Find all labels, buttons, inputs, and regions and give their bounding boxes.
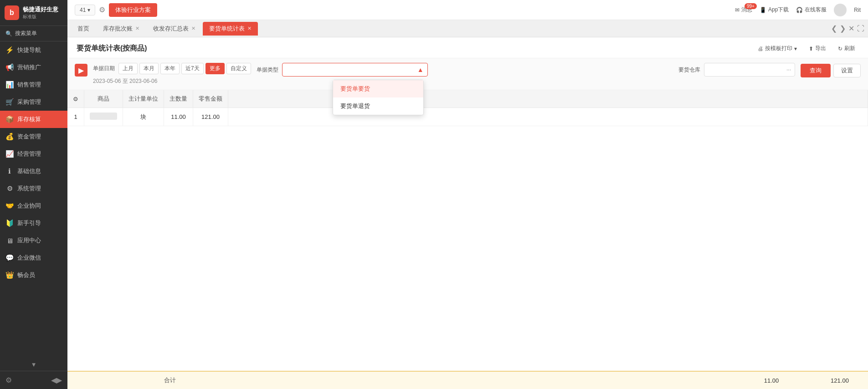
fullscreen-icon[interactable]: ⛶ <box>857 25 864 33</box>
date-buttons: 上月 本月 本年 近7天 更多 自定义 <box>118 63 251 74</box>
date-btn-last-month[interactable]: 上月 <box>118 63 138 74</box>
refresh-btn[interactable]: ↻ 刷新 <box>834 43 859 54</box>
type-filter-select[interactable]: ▲ <box>282 63 428 77</box>
sidebar-item-member[interactable]: 👑 畅会员 <box>0 266 67 284</box>
sidebar-item-sales[interactable]: 📊 销售管理 <box>0 76 67 93</box>
settings-icon[interactable]: ⚙ <box>5 376 12 384</box>
sidebar-logo-text: 畅捷通好生意 标准版 <box>23 5 58 20</box>
sidebar-item-guide[interactable]: 🔰 新手引导 <box>0 215 67 232</box>
branch-dropdown[interactable]: 41 ▾ <box>75 5 95 15</box>
print-btn[interactable]: 🖨 按模板打印 ▾ <box>754 43 801 54</box>
date-btn-this-year[interactable]: 本年 <box>160 63 180 74</box>
filter-expand-btn[interactable]: ▶ <box>75 64 87 77</box>
sidebar-item-label: 畅会员 <box>17 271 35 279</box>
enterprise-icon: 🤝 <box>5 202 14 210</box>
online-service-btn[interactable]: 🎧 在线客服 <box>796 6 827 14</box>
branch-value: 41 <box>80 7 86 13</box>
print-btn-label: 按模板打印 <box>765 45 792 52</box>
sidebar-item-system[interactable]: ⚙ 系统管理 <box>0 180 67 197</box>
avatar[interactable] <box>834 4 847 16</box>
tab-scroll-right-icon[interactable]: ❯ <box>840 24 846 33</box>
sidebar-item-label: 系统管理 <box>17 184 41 193</box>
filter-settings-btn[interactable]: 设置 <box>833 64 861 77</box>
page-header: 要货单统计表(按商品) 🖨 按模板打印 ▾ ⬆ 导出 ↻ 刷新 <box>67 37 868 58</box>
date-btn-custom[interactable]: 自定义 <box>226 63 251 74</box>
online-service-label: 在线客服 <box>805 6 827 14</box>
trial-btn[interactable]: 体验行业方案 <box>109 3 157 17</box>
sidebar-item-finance[interactable]: 💰 资金管理 <box>0 128 67 145</box>
row-amount: 121.00 <box>193 108 228 126</box>
purchase-icon: 🛒 <box>5 98 14 106</box>
sidebar-nav: ⚡ 快捷导航 📢 营销推广 📊 销售管理 🛒 采购管理 📦 库存核算 💰 资金管… <box>0 41 67 358</box>
close-icon[interactable]: ✕ <box>247 26 252 31</box>
date-btn-this-month[interactable]: 本月 <box>139 63 159 74</box>
page-title: 要货单统计表(按商品) <box>77 44 147 53</box>
sidebar-item-inventory[interactable]: 📦 库存核算 <box>0 111 67 128</box>
tab-bar: 首页 库存批次账 ✕ 收发存汇总表 ✕ 要货单统计表 ✕ ❮ ❯ ✕ ⛶ <box>67 20 868 37</box>
collapse-icon[interactable]: ◀▶ <box>51 376 62 384</box>
chevron-down-icon: ▾ <box>794 46 797 52</box>
close-icon[interactable]: ✕ <box>135 26 139 31</box>
warehouse-input[interactable]: ··· <box>704 63 795 77</box>
table-row: 1 块 11.00 121.00 <box>67 108 868 126</box>
search-menu-label: 搜索菜单 <box>15 30 37 37</box>
date-range-display: 2023-05-06 至 2023-06-06 <box>93 77 251 85</box>
export-btn[interactable]: ⬆ 导出 <box>805 43 830 54</box>
sidebar-item-label: 新手引导 <box>17 219 41 227</box>
close-icon[interactable]: ✕ <box>191 26 195 31</box>
sidebar-item-shortcut[interactable]: ⚡ 快捷导航 <box>0 41 67 59</box>
footer-amount: 121.00 <box>817 377 863 384</box>
tab-receive-summary[interactable]: 收发存汇总表 ✕ <box>147 22 202 36</box>
dropdown-option-order-return[interactable]: 要货单退货 <box>333 97 423 115</box>
marketing-icon: 📢 <box>5 63 14 72</box>
tab-home[interactable]: 首页 <box>71 22 96 36</box>
sidebar-item-label: 企业微信 <box>17 254 41 262</box>
sidebar-item-appcenter[interactable]: 🖥 应用中心 <box>0 232 67 249</box>
query-btn[interactable]: 查询 <box>801 64 831 77</box>
messages-btn[interactable]: ✉ 消息 99+ <box>735 6 752 14</box>
row-product <box>84 108 123 126</box>
date-filter-row: 单据日期 上月 本月 本年 近7天 更多 自定义 <box>93 63 251 74</box>
sidebar-item-enterprise[interactable]: 🤝 企业协同 <box>0 197 67 215</box>
app-download-label: App下载 <box>768 6 789 14</box>
tab-order-stats[interactable]: 要货单统计表 ✕ <box>203 22 258 36</box>
app-logo-icon: b <box>5 5 19 20</box>
export-btn-label: 导出 <box>815 45 826 52</box>
search-menu[interactable]: 🔍 搜索菜单 <box>0 26 67 41</box>
date-btn-last7days[interactable]: 近7天 <box>181 63 204 74</box>
sidebar-item-wechat[interactable]: 💬 企业微信 <box>0 249 67 266</box>
th-settings[interactable]: ⚙ <box>67 90 84 108</box>
refresh-icon: ↻ <box>838 46 842 52</box>
footer-qty: 11.00 <box>726 377 817 384</box>
settings-icon: ⚙ <box>73 96 78 102</box>
type-filter-label: 单据类型 <box>257 66 278 74</box>
table-container: ⚙ 商品 主计量单位 主数量 零售金额 1 <box>67 90 868 371</box>
chevron-down-icon: ▾ <box>87 7 90 13</box>
shortcut-icon: ⚡ <box>5 46 14 54</box>
filter-actions: 查询 设置 <box>801 64 861 77</box>
date-btn-more[interactable]: 更多 <box>205 63 225 74</box>
warehouse-more-icon[interactable]: ··· <box>786 67 791 73</box>
sales-icon: 📊 <box>5 81 14 89</box>
inventory-icon: 📦 <box>5 115 14 123</box>
tab-inventory-batch[interactable]: 库存批次账 ✕ <box>97 22 146 36</box>
appcenter-icon: 🖥 <box>5 236 14 245</box>
filter-bar: ▶ 单据日期 上月 本月 本年 近7天 更多 自定义 2023-05-06 至 … <box>67 58 868 90</box>
tab-close-all-icon[interactable]: ✕ <box>848 24 854 33</box>
footer-values: 11.00 121.00 <box>726 377 863 384</box>
sidebar-scroll-down[interactable]: ▼ <box>0 358 67 371</box>
gear-icon[interactable]: ⚙ <box>99 5 105 14</box>
tab-scroll-left-icon[interactable]: ❮ <box>831 24 837 33</box>
row-qty: 11.00 <box>164 108 193 126</box>
sidebar-item-basic[interactable]: ℹ 基础信息 <box>0 163 67 180</box>
sidebar-item-label: 企业协同 <box>17 202 41 210</box>
sidebar-item-purchase[interactable]: 🛒 采购管理 <box>0 93 67 111</box>
sidebar-item-marketing[interactable]: 📢 营销推广 <box>0 59 67 76</box>
sidebar-item-operation[interactable]: 📈 经营管理 <box>0 145 67 163</box>
app-download-btn[interactable]: 📱 App下载 <box>760 6 789 14</box>
dropdown-option-order-goods[interactable]: 要货单要货 <box>333 80 423 97</box>
topbar-right: ✉ 消息 99+ 📱 App下载 🎧 在线客服 Rit <box>735 4 861 16</box>
print-icon: 🖨 <box>758 46 763 52</box>
sidebar-item-label: 应用中心 <box>17 236 41 245</box>
date-filter-label: 单据日期 <box>93 65 115 72</box>
